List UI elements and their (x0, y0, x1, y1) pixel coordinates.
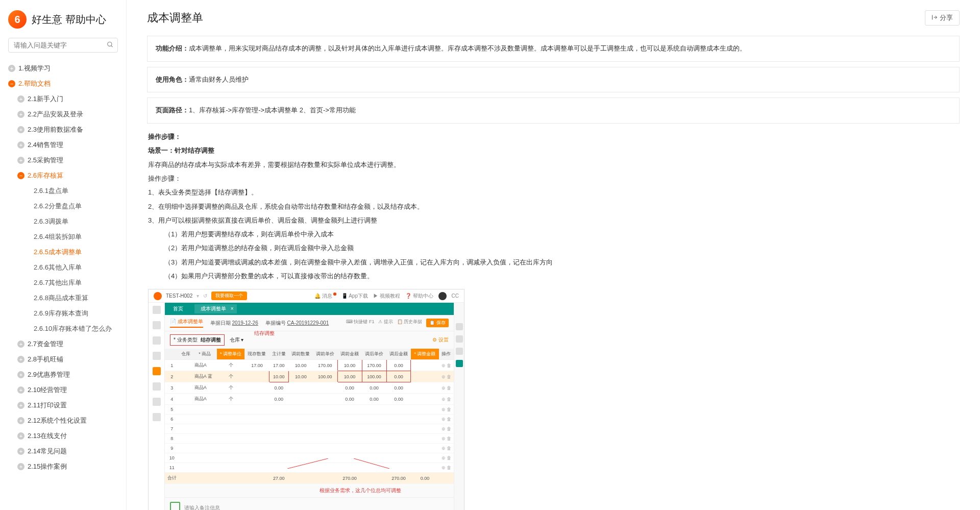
path-label: 页面路径： (156, 106, 189, 114)
intro-box: 功能介绍：成本调整单，用来实现对商品结存成本的调整，以及针对具体的出入库单进行成… (147, 36, 960, 62)
plus-icon: + (17, 341, 24, 348)
ss-filter: * 业务类型 结存调整 仓库 ▾ 结存调整 ⚙ 设置 (165, 331, 454, 349)
nav-2-6-8[interactable]: 2.6.8商品成本重算 (8, 290, 126, 306)
nav-help-docs[interactable]: −2.帮助文档 (8, 76, 126, 91)
steps-label: 操作步骤： (148, 130, 959, 143)
ss-env: TEST-H002 (166, 293, 192, 299)
share-button[interactable]: 分享 (925, 10, 960, 26)
doc-icon (170, 502, 180, 510)
plus-icon: + (17, 448, 24, 455)
nav-2-6-4[interactable]: 2.6.4组装拆卸单 (8, 229, 126, 245)
annotation-1: 结存调整 (254, 330, 275, 337)
nav-2-6-6[interactable]: 2.6.6其他入库单 (8, 260, 126, 275)
plus-icon: + (17, 126, 24, 133)
nav-2-13[interactable]: +2.13在线支付 (8, 428, 126, 444)
nav-2-6-3[interactable]: 2.6.3调拨单 (8, 214, 126, 229)
svg-point-0 (108, 42, 112, 46)
ss-table: 仓库 * 商品 * 调整单位 现存数量 主计量 调前数量 调前单价 调前金额 调… (165, 349, 454, 497)
nav-2-6-5[interactable]: 2.6.5成本调整单 (8, 245, 126, 260)
role-text: 通常由财务人员维护 (189, 76, 249, 83)
ss-docinfo: 📄 成本调整单 单据日期 2019-12-26 单据编号 CA-20191229… (165, 315, 454, 331)
step-3-1: （1）若用户想要调整结存成本，则在调后单价中录入成本 (164, 227, 959, 241)
search-wrap (8, 38, 118, 53)
nav-2-10[interactable]: +2.10经营管理 (8, 382, 126, 398)
ss-tabs: 首页 成本调整单 × (165, 303, 454, 315)
plus-icon: + (17, 432, 24, 440)
nav-2-1[interactable]: +2.1新手入门 (8, 91, 126, 107)
nav-2-12[interactable]: +2.12系统个性化设置 (8, 413, 126, 428)
nav-2-6-1[interactable]: 2.6.1盘点单 (8, 183, 126, 199)
svg-line-3 (354, 458, 389, 469)
nav-2-6-2[interactable]: 2.6.2分量盘点单 (8, 199, 126, 214)
nav-2-6-9[interactable]: 2.6.9库存账本查询 (8, 306, 126, 321)
content-block: 操作步骤： 场景一：针对结存调整 库存商品的结存成本与实际成本有差异，需要根据结… (147, 130, 960, 510)
nav-2-3[interactable]: +2.3使用前数据准备 (8, 122, 126, 137)
nav-2-9[interactable]: +2.9优惠券管理 (8, 367, 126, 382)
sub-steps: （1）若用户想要调整结存成本，则在调后单价中录入成本 （2）若用户知道调整总的结… (148, 227, 959, 283)
page-title: 成本调整单 (147, 10, 203, 26)
plus-icon: + (17, 111, 24, 118)
site-title: 好生意 帮助中心 (32, 13, 106, 27)
path-text: 1、库存核算->库存管理->成本调整单 2、首页->常用功能 (189, 106, 356, 114)
nav-2-8[interactable]: +2.8手机旺铺 (8, 352, 126, 367)
step-2: 2、在明细中选择要调整的商品及仓库，系统会自动带出结存数量和结存金额，以及结存成… (148, 200, 959, 213)
nav-tree: +1.视频学习 −2.帮助文档 +2.1新手入门 +2.2产品安装及登录 +2.… (8, 61, 126, 474)
step-3-3: （3）若用户知道要调增或调减的成本差值，则在调整金额中录入差值，调增录入正值，记… (164, 255, 959, 269)
ss-logo-icon (154, 292, 162, 300)
plus-icon: + (17, 95, 24, 103)
nav-2-7[interactable]: +2.7资金管理 (8, 336, 126, 352)
logo-row: 6 好生意 帮助中心 (8, 10, 126, 29)
share-label: 分享 (940, 13, 953, 22)
plus-icon: + (17, 402, 24, 409)
ss-topbar: TEST-H002 ▾ ↺ 我要领取一个 🔔 消息 📱 App下载 ▶ 视频教程… (149, 289, 464, 303)
plus-icon: + (17, 463, 24, 470)
step-1: 1、表头业务类型选择【结存调整】。 (148, 185, 959, 199)
nav-2-14[interactable]: +2.14常见问题 (8, 444, 126, 459)
plus-icon: + (17, 371, 24, 378)
main-content: 成本调整单 分享 功能介绍：成本调整单，用来实现对商品结存成本的调整，以及针对具… (127, 0, 980, 510)
path-box: 页面路径：1、库存核算->库存管理->成本调整单 2、首页->常用功能 (147, 98, 960, 124)
annotation-2: 根据业务需求，这几个位总均可调整 (165, 484, 454, 497)
role-label: 使用角色： (156, 76, 189, 83)
role-box: 使用角色：通常由财务人员维护 (147, 67, 960, 93)
plus-icon: + (17, 386, 24, 394)
search-input[interactable] (8, 38, 118, 53)
embedded-screenshot: TEST-H002 ▾ ↺ 我要领取一个 🔔 消息 📱 App下载 ▶ 视频教程… (148, 289, 464, 510)
nav-2-4[interactable]: +2.4销售管理 (8, 137, 126, 153)
plus-icon: + (8, 65, 15, 72)
ss-rightbar (454, 303, 464, 510)
nav-video-learning[interactable]: +1.视频学习 (8, 61, 126, 76)
plus-icon: + (17, 356, 24, 363)
nav-2-6-10[interactable]: 2.6.10库存账本错了怎么办 (8, 321, 126, 336)
nav-2-2[interactable]: +2.2产品安装及登录 (8, 107, 126, 122)
step-3-2: （2）若用户知道调整总的结存金额，则在调后金额中录入总金额 (164, 241, 959, 255)
ss-bottom: 请输入备注信息 (165, 497, 454, 510)
ss-leftnav (149, 303, 165, 510)
scene1-desc: 库存商品的结存成本与实际成本有差异，需要根据结存数量和实际单位成本进行调整。 (148, 158, 959, 172)
page-header: 成本调整单 分享 (147, 10, 960, 26)
logo-icon: 6 (8, 10, 27, 29)
search-icon[interactable] (107, 41, 114, 50)
svg-line-2 (287, 458, 328, 469)
plus-icon: + (17, 417, 24, 424)
nav-2-6[interactable]: −2.6库存核算 (8, 168, 126, 183)
steps-label2: 操作步骤： (148, 172, 959, 185)
plus-icon: + (17, 157, 24, 164)
sidebar: 6 好生意 帮助中心 +1.视频学习 −2.帮助文档 +2.1新手入门 +2.2… (0, 0, 127, 510)
step-3: 3、用户可以根据调整依据直接在调后单价、调后金额、调整金额列上进行调整 (148, 213, 959, 227)
plus-icon: + (17, 141, 24, 149)
intro-text: 成本调整单，用来实现对商品结存成本的调整，以及针对具体的出入库单进行成本调整。库… (189, 44, 746, 52)
minus-icon: − (8, 80, 15, 87)
nav-2-11[interactable]: +2.11打印设置 (8, 398, 126, 413)
scene1-title: 场景一：针对结存调整 (148, 143, 959, 157)
svg-line-1 (111, 45, 113, 47)
ss-claim-btn: 我要领取一个 (211, 292, 247, 300)
intro-label: 功能介绍： (156, 44, 189, 52)
nav-2-5[interactable]: +2.5采购管理 (8, 153, 126, 168)
minus-icon: − (17, 172, 24, 179)
nav-2-6-7[interactable]: 2.6.7其他出库单 (8, 275, 126, 290)
step-3-4: （4）如果用户只调整部分数量的成本，可以直接修改带出的结存数量。 (164, 269, 959, 283)
share-icon (932, 14, 938, 22)
nav-2-15[interactable]: +2.15操作案例 (8, 459, 126, 474)
